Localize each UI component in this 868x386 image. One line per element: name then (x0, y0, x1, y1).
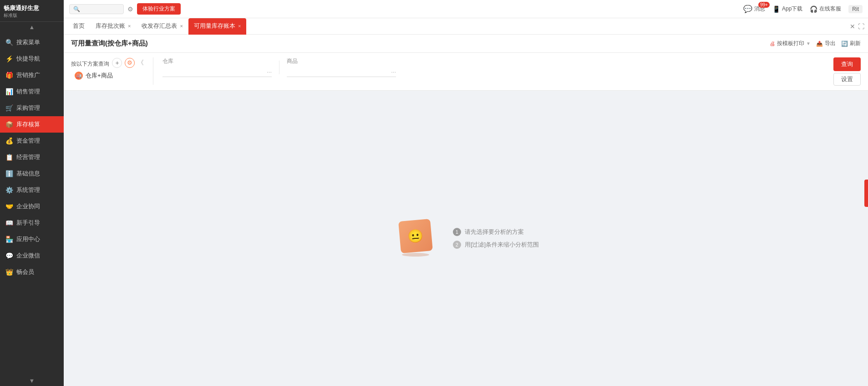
sales-icon: 📊 (5, 88, 13, 95)
sidebar-item-wechat[interactable]: 💬 企业微信 (0, 247, 64, 264)
customer-service-item[interactable]: 🎧 在线客服 (810, 5, 841, 13)
app-download-item[interactable]: 📱 App下载 (772, 5, 802, 13)
warehouse-field-label: 仓库 (162, 57, 272, 65)
page-header: 可用量查询(按仓库+商品) 🖨 按模板打印 ▼ 📤 导出 🔄 刷新 (64, 35, 868, 53)
gear-icon[interactable]: ⚙ (127, 5, 133, 13)
app-download-label: App下载 (782, 5, 802, 13)
empty-state: 😐 1 请先选择要分析的方案 2 用[过滤]条件来缩小分析范围 (393, 216, 539, 261)
empty-hints: 1 请先选择要分析的方案 2 用[过滤]条件来缩小分析范围 (453, 228, 539, 249)
print-icon: 🖨 (770, 41, 775, 47)
refresh-action[interactable]: 🔄 刷新 (841, 40, 861, 47)
scheme-option-warehouse-goods[interactable]: 🏭 仓库+商品 (71, 70, 144, 82)
sidebar-item-label: 系统管理 (16, 186, 40, 194)
add-scheme-button[interactable]: ＋ (112, 58, 122, 68)
sidebar-item-purchase[interactable]: 🛒 采购管理 (0, 100, 64, 116)
print-dropdown-icon[interactable]: ▼ (806, 41, 811, 46)
expand-icon[interactable]: ⛶ (858, 23, 864, 30)
goods-input-container[interactable]: ··· (287, 67, 396, 77)
goods-more-icon[interactable]: ··· (391, 68, 396, 75)
sidebar-item-label: 企业协同 (16, 202, 40, 211)
sidebar-item-marketing[interactable]: 🎁 营销推广 (0, 67, 64, 83)
sidebar-item-finance[interactable]: 💰 资金管理 (0, 133, 64, 149)
sidebar-item-label: 采购管理 (16, 104, 40, 112)
sidebar-item-member[interactable]: 👑 畅会员 (0, 264, 64, 280)
trial-button[interactable]: 体验行业方案 (137, 3, 181, 15)
tab-available[interactable]: 可用量库存账本 × (188, 18, 246, 35)
box-face: 😐 (398, 219, 433, 253)
message-icon: 💬 (743, 5, 752, 13)
sidebar-item-label: 快捷导航 (16, 55, 40, 63)
brand-name: 畅康通好生意 (4, 5, 60, 12)
sidebar-item-newbie[interactable]: 📖 新手引导 (0, 215, 64, 231)
topbar-right: 💬 消息 99+ 📱 App下载 🎧 在线客服 Rit (743, 5, 863, 13)
sidebar-item-label: 企业微信 (16, 252, 40, 260)
sidebar-item-basic[interactable]: ℹ️ 基础信息 (0, 165, 64, 182)
customer-service-label: 在线客服 (819, 5, 841, 13)
edition-label: 标准版 (4, 12, 60, 19)
sidebar-item-operations[interactable]: 📋 经营管理 (0, 149, 64, 165)
tab-batch-close[interactable]: × (128, 23, 131, 29)
tab-summary[interactable]: 收发存汇总表 × (136, 18, 188, 35)
wechat-icon: 💬 (5, 252, 13, 259)
goods-input[interactable] (287, 68, 391, 75)
tab-home[interactable]: 首页 (67, 18, 90, 35)
hint-item-2: 2 用[过滤]条件来缩小分析范围 (453, 241, 539, 249)
goods-field-label: 商品 (287, 57, 396, 65)
tab-available-label: 可用量库存账本 (194, 22, 235, 30)
settings-button[interactable]: 设置 (833, 73, 861, 86)
scheme-selector: 按以下方案查询 ＋ ⚙ 《 🏭 仓库+商品 (71, 57, 144, 82)
sidebar-nav: 🔍 搜索菜单 ⚡ 快捷导航 🎁 营销推广 📊 销售管理 🛒 采购管理 📦 (0, 32, 64, 376)
refresh-icon: 🔄 (841, 41, 848, 47)
right-edge-handle[interactable] (864, 180, 868, 207)
warehouse-more-icon[interactable]: ··· (267, 68, 272, 75)
scheme-option-icon: 🏭 (75, 72, 83, 80)
print-action[interactable]: 🖨 按模板打印 ▼ (770, 40, 811, 47)
newbie-icon: 📖 (5, 219, 13, 226)
export-label: 导出 (825, 40, 836, 47)
edit-scheme-button[interactable]: ⚙ (125, 58, 135, 68)
sidebar-item-search[interactable]: 🔍 搜索菜单 (0, 34, 64, 51)
basic-icon: ℹ️ (5, 170, 13, 177)
topbar-search-box[interactable]: 🔍 (69, 4, 124, 14)
tabs-bar: 首页 库存批次账 × 收发存汇总表 × 可用量库存账本 × ✕ ⛶ (64, 18, 868, 35)
sidebar-item-appstore[interactable]: 🏪 应用中心 (0, 231, 64, 247)
sidebar-scroll-up[interactable]: ▲ (0, 22, 64, 32)
system-icon: ⚙️ (5, 186, 13, 194)
filter-label: 按以下方案查询 (71, 57, 109, 68)
sidebar-scroll-down[interactable]: ▼ (0, 376, 64, 386)
filter-label-row: 按以下方案查询 ＋ ⚙ 《 (71, 57, 144, 68)
export-action[interactable]: 📤 导出 (816, 40, 836, 47)
search-menu-icon: 🔍 (5, 39, 13, 46)
tab-batch[interactable]: 库存批次账 × (90, 18, 136, 35)
warehouse-input[interactable] (162, 68, 267, 75)
tab-available-close[interactable]: × (238, 23, 241, 29)
hint-item-1: 1 请先选择要分析的方案 (453, 228, 539, 236)
filter-fields: 仓库 ··· 商品 ··· (162, 57, 830, 77)
sidebar-item-label: 销售管理 (16, 87, 40, 96)
user-avatar[interactable]: Rit (848, 5, 863, 13)
action-buttons: 查询 设置 (833, 57, 861, 86)
operations-icon: 📋 (5, 154, 13, 161)
export-icon: 📤 (816, 41, 823, 47)
tab-home-label: 首页 (73, 22, 85, 30)
sidebar-item-inventory[interactable]: 📦 库存核算 (0, 116, 64, 133)
inventory-icon: 📦 (5, 121, 13, 128)
sidebar-item-shortcuts[interactable]: ⚡ 快捷导航 (0, 51, 64, 67)
message-item[interactable]: 💬 消息 99+ (743, 5, 765, 13)
marketing-icon: 🎁 (5, 72, 13, 79)
query-button[interactable]: 查询 (833, 57, 861, 71)
page-title: 可用量查询(按仓库+商品) (71, 39, 148, 48)
tab-summary-close[interactable]: × (180, 23, 183, 29)
tab-batch-label: 库存批次账 (96, 22, 125, 30)
collapse-filter-button[interactable]: 《 (137, 59, 144, 67)
close-all-tabs-icon[interactable]: ✕ (850, 23, 855, 30)
warehouse-input-container[interactable]: ··· (162, 67, 272, 77)
sidebar-item-system[interactable]: ⚙️ 系统管理 (0, 182, 64, 198)
topbar-left: 🔍 ⚙ 体验行业方案 (69, 3, 181, 15)
sidebar: 畅康通好生意 标准版 ▲ 🔍 搜索菜单 ⚡ 快捷导航 🎁 营销推广 📊 销售管理… (0, 0, 64, 386)
empty-illustration: 😐 (393, 216, 438, 261)
sidebar-item-enterprise[interactable]: 🤝 企业协同 (0, 198, 64, 215)
sidebar-item-label: 营销推广 (16, 71, 40, 79)
sidebar-item-sales[interactable]: 📊 销售管理 (0, 83, 64, 100)
sidebar-item-label: 资金管理 (16, 137, 40, 145)
